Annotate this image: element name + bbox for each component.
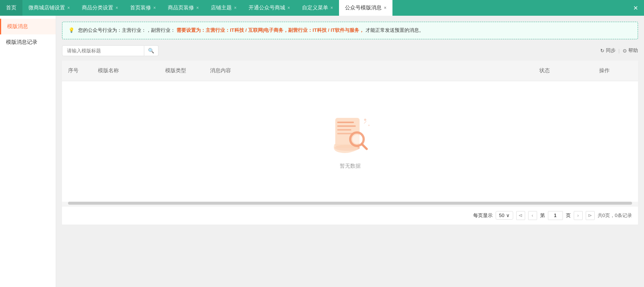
next-page-button[interactable]: › xyxy=(574,211,583,220)
notice-suffix: 才能正常发送预置的消息。 xyxy=(366,27,424,33)
col-status: 状态 xyxy=(533,64,593,77)
table-body: 暂无数据 xyxy=(62,81,638,201)
help-icon: ⊙ xyxy=(623,48,627,54)
svg-point-7 xyxy=(352,135,361,144)
page-total: 共0页，0条记录 xyxy=(598,212,632,219)
empty-illustration xyxy=(328,112,373,158)
scroll-thumb[interactable] xyxy=(68,202,632,205)
prev-page-button[interactable]: ‹ xyxy=(528,211,537,220)
close-all-icon[interactable]: ✕ xyxy=(627,4,644,12)
sync-icon: ↻ xyxy=(600,48,604,54)
svg-point-10 xyxy=(368,125,370,126)
search-button[interactable]: 🔍 xyxy=(144,45,158,56)
search-left: 🔍 xyxy=(62,45,158,56)
close-homepage-icon[interactable]: × xyxy=(153,5,156,10)
sidebar-item-template-record[interactable]: 模版消息记录 xyxy=(0,34,56,50)
search-icon: 🔍 xyxy=(148,48,154,54)
tab-product[interactable]: 商品页装修 × xyxy=(162,0,205,16)
sync-button[interactable]: ↻ 同步 xyxy=(600,47,616,54)
scroll-indicator[interactable] xyxy=(62,202,638,206)
tab-menu-label: 自定义菜单 xyxy=(302,4,328,11)
help-button[interactable]: ⊙ 帮助 xyxy=(623,47,638,54)
col-name: 模版名称 xyxy=(92,64,159,77)
svg-rect-1 xyxy=(337,122,354,123)
close-category-icon[interactable]: × xyxy=(115,5,118,10)
table-wrapper: 序号 模版名称 模版类型 消息内容 状态 操作 xyxy=(62,61,638,225)
close-product-icon[interactable]: × xyxy=(196,5,199,10)
close-weshop-icon[interactable]: × xyxy=(67,5,70,10)
col-content: 消息内容 xyxy=(204,64,533,77)
tab-theme-label: 店铺主题 xyxy=(211,4,232,11)
svg-point-9 xyxy=(364,119,366,121)
notice-box: 💡 您的公众号行业为：主营行业：，副营行业： 需要设置为：主营行业：IT科技 /… xyxy=(62,22,638,39)
tab-homepage[interactable]: 首页装修 × xyxy=(124,0,162,16)
tab-homepage-label: 首页装修 xyxy=(130,4,151,11)
col-index: 序号 xyxy=(62,64,92,77)
table-header: 序号 模版名称 模版类型 消息内容 状态 操作 xyxy=(62,61,638,81)
tab-weshop-label: 微商城店铺设置 xyxy=(28,4,65,11)
svg-rect-3 xyxy=(337,129,351,131)
tab-template-label: 公众号模版消息 xyxy=(345,4,382,11)
empty-text: 暂无数据 xyxy=(340,163,361,170)
search-actions: ↻ 同步 | ⊙ 帮助 xyxy=(600,47,638,54)
divider: | xyxy=(619,48,620,54)
sidebar: 模版消息 模版消息记录 xyxy=(0,16,56,287)
page-size-select[interactable]: 50 ∨ xyxy=(496,211,513,220)
tab-category-label: 商品分类设置 xyxy=(82,4,113,11)
main-layout: 模版消息 模版消息记录 💡 您的公众号行业为：主营行业：，副营行业： 需要设置为… xyxy=(0,16,644,287)
tab-category[interactable]: 商品分类设置 × xyxy=(76,0,124,16)
sidebar-item-template-msg[interactable]: 模版消息 xyxy=(0,19,56,34)
col-action: 操作 xyxy=(593,64,638,77)
page-label: 第 xyxy=(540,212,545,219)
col-type: 模版类型 xyxy=(159,64,204,77)
close-template-icon[interactable]: × xyxy=(384,5,386,10)
close-theme-icon[interactable]: × xyxy=(234,5,237,10)
tab-home[interactable]: 首页 xyxy=(0,0,22,16)
sidebar-item-template-msg-label: 模版消息 xyxy=(7,23,28,29)
tab-weshop[interactable]: 微商城店铺设置 × xyxy=(22,0,76,16)
svg-rect-4 xyxy=(337,133,353,134)
help-label: 帮助 xyxy=(628,47,638,54)
tab-bar: 首页 微商城店铺设置 × 商品分类设置 × 首页装修 × 商品页装修 × 店铺主… xyxy=(0,0,644,16)
svg-line-11 xyxy=(364,121,366,123)
page-size-value: 50 xyxy=(499,213,504,218)
notice-prefix: 您的公众号行业为：主营行业：，副营行业： xyxy=(78,27,175,33)
tab-mall-label: 开通公众号商城 xyxy=(249,4,285,11)
pagination: 每页显示 50 ∨ ⊲ ‹ 第 页 › ⊳ 共0页，0条记录 xyxy=(62,206,638,225)
tab-home-label: 首页 xyxy=(6,4,16,11)
lightbulb-icon: 💡 xyxy=(68,27,74,33)
search-input[interactable] xyxy=(62,45,144,56)
first-page-button[interactable]: ⊲ xyxy=(516,211,525,220)
page-size-label: 每页显示 xyxy=(473,212,493,219)
search-bar: 🔍 ↻ 同步 | ⊙ 帮助 xyxy=(62,45,638,56)
close-mall-icon[interactable]: × xyxy=(287,5,290,10)
sidebar-item-template-record-label: 模版消息记录 xyxy=(6,39,37,45)
tab-mall[interactable]: 开通公众号商城 × xyxy=(243,0,296,16)
notice-highlight: 需要设置为：主营行业：IT科技 / 互联网|电子商务，副营行业：IT科技 / I… xyxy=(176,27,364,33)
svg-rect-2 xyxy=(337,125,356,127)
tab-theme[interactable]: 店铺主题 × xyxy=(205,0,243,16)
page-number-input[interactable] xyxy=(548,211,563,220)
tab-product-label: 商品页装修 xyxy=(168,4,194,11)
tab-menu[interactable]: 自定义菜单 × xyxy=(296,0,339,16)
chevron-down-icon: ∨ xyxy=(506,213,510,218)
last-page-button[interactable]: ⊳ xyxy=(586,211,595,220)
content-area: 💡 您的公众号行业为：主营行业：，副营行业： 需要设置为：主营行业：IT科技 /… xyxy=(56,16,644,287)
page-unit: 页 xyxy=(566,212,571,219)
close-menu-icon[interactable]: × xyxy=(330,5,333,10)
sync-label: 同步 xyxy=(606,47,616,54)
svg-line-8 xyxy=(362,144,367,149)
tab-template[interactable]: 公众号模版消息 × xyxy=(339,0,392,16)
